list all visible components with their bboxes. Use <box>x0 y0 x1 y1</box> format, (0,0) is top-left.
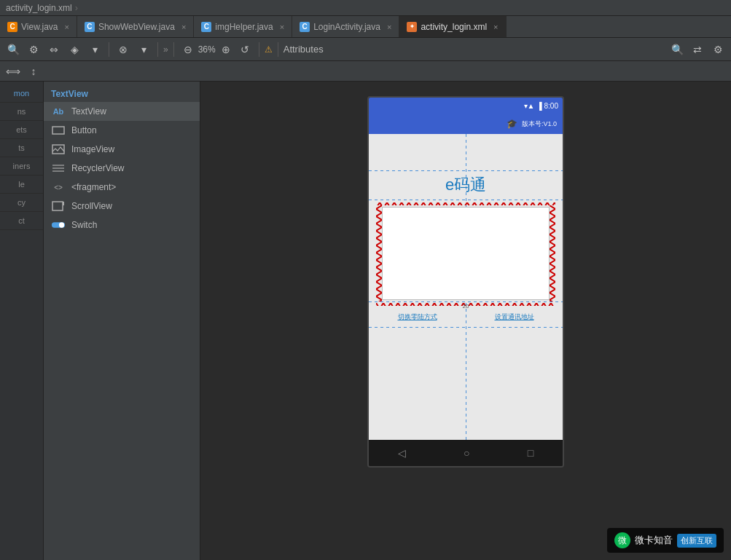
search-button[interactable]: 🔍 <box>4 41 22 58</box>
warning-indicator[interactable]: ⚠ <box>265 44 273 55</box>
phone-status-bar: ▾▲ ▐ 8:00 <box>369 98 563 114</box>
bottom-links: 切换零陆方式 设置通讯地址 <box>369 312 563 322</box>
separator-4 <box>259 42 259 57</box>
tab-view-java[interactable]: C View.java × <box>0 16 77 38</box>
app-title-container: e码通 <box>369 174 563 196</box>
app-title: e码通 <box>445 176 486 194</box>
tab-icon-java: C <box>7 22 17 32</box>
separator-5 <box>278 42 278 57</box>
palette-header: TextView <box>44 86 200 102</box>
layers-button[interactable]: ◈ <box>66 41 83 58</box>
settings-button[interactable]: ⚙ <box>25 41 42 58</box>
scrollview-icon <box>51 200 66 212</box>
tab-icon-imghelper: C <box>201 22 211 32</box>
input-box <box>382 207 550 300</box>
toolbar-row2: ⟺ ↕ <box>0 61 731 82</box>
palette-cat-ets[interactable]: ets <box>0 121 43 139</box>
tab-close-3[interactable]: × <box>280 23 284 31</box>
palette-item-switch[interactable]: Switch <box>44 216 200 234</box>
zoom-fit-button[interactable]: ↺ <box>236 41 254 58</box>
zigzag-left <box>376 205 382 301</box>
title-bar-filename: activity_login.xml <box>6 3 72 13</box>
palette-label-button: Button <box>71 125 97 135</box>
vertical-layout-btn[interactable]: ↕ <box>25 63 42 80</box>
layout-button[interactable]: ⇔ <box>45 41 63 58</box>
back-button[interactable]: ◁ <box>398 447 406 459</box>
palette-label-imageview: ImageView <box>71 144 114 154</box>
palette-item-imageview[interactable]: ImageView <box>44 140 200 159</box>
attributes-label: Attributes <box>284 44 324 55</box>
zoom-out-button[interactable]: ⊖ <box>179 41 197 58</box>
zigzag-top <box>376 200 555 205</box>
main-layout: mon ns ets ts iners le cy ct TextView Ab… <box>0 82 731 560</box>
attr-sync-button[interactable]: ⇄ <box>689 41 706 58</box>
title-bar-arrow: › <box>75 2 78 13</box>
recents-button[interactable]: □ <box>528 447 533 459</box>
watermark-logo: 微 <box>614 532 630 548</box>
palette-item-scrollview[interactable]: ScrollView <box>44 197 200 216</box>
layers-dropdown[interactable]: ▾ <box>86 41 103 58</box>
palette-cat-mon[interactable]: mon <box>0 84 43 103</box>
tab-activity-login-xml[interactable]: ✦ activity_login.xml × <box>399 16 506 38</box>
tab-label-2: ShowWebView.java <box>98 22 175 32</box>
left-panel-inner: mon ns ets ts iners le cy ct TextView Ab… <box>0 82 200 560</box>
separator-1 <box>109 42 109 57</box>
tab-showwebview-java[interactable]: C ShowWebView.java × <box>77 16 194 38</box>
guide-h-lower <box>369 327 563 328</box>
constraints-button[interactable]: ⊗ <box>114 41 132 58</box>
tab-close-2[interactable]: × <box>181 23 186 31</box>
svg-rect-5 <box>52 202 63 210</box>
tabs-bar: C View.java × C ShowWebView.java × C img… <box>0 16 731 38</box>
palette-sidebar: mon ns ets ts iners le cy ct <box>0 82 44 560</box>
switch-icon <box>51 219 66 231</box>
tab-loginactivity-java[interactable]: C LoginActivity.java × <box>292 16 399 38</box>
warning-icon: ⚠ <box>265 44 273 55</box>
phone-screen-content: e码通 20 切换零陆方式 设置通讯地址 <box>369 134 563 440</box>
recyclerview-icon <box>51 162 66 174</box>
zigzag-right <box>550 205 555 301</box>
palette-item-textview[interactable]: Ab TextView <box>44 102 200 121</box>
zoom-in-button[interactable]: ⊕ <box>217 41 235 58</box>
palette-item-recyclerview[interactable]: RecyclerView <box>44 159 200 178</box>
bottom-link-2: 设置通讯地址 <box>495 312 534 322</box>
spacing-marker-20: 20 <box>463 303 469 309</box>
home-button[interactable]: ○ <box>464 447 469 459</box>
palette-label-textview: TextView <box>71 106 106 117</box>
tab-close-5[interactable]: × <box>493 23 498 31</box>
toolbar-row1: 🔍 ⚙ ⇔ ◈ ▾ ⊗ ▾ » ⊖ 36% ⊕ ↺ ⚠ Attributes 🔍… <box>0 38 731 61</box>
watermark-sub-text: 创新互联 <box>681 536 713 545</box>
toolbar-right: 🔍 ⇄ ⚙ <box>668 41 727 58</box>
left-panel: mon ns ets ts iners le cy ct TextView Ab… <box>0 82 200 560</box>
palette-label-switch: Switch <box>71 220 97 230</box>
attributes-section: Attributes <box>284 44 324 55</box>
palette-cat-cy[interactable]: cy <box>0 194 43 212</box>
watermark: 微 微卡知音 创新互联 <box>607 528 724 553</box>
attr-settings-button[interactable]: ⚙ <box>709 41 727 58</box>
svg-rect-6 <box>63 202 64 205</box>
palette-item-button[interactable]: Button <box>44 121 200 140</box>
tab-label-4: LoginActivity.java <box>313 22 380 32</box>
tab-icon-loginactivity: C <box>300 22 310 32</box>
battery-icon: ▐ <box>536 102 542 110</box>
zoom-level: 36% <box>198 44 216 55</box>
zoom-controls: ⊖ 36% ⊕ ↺ <box>179 41 254 58</box>
tab-label-1: View.java <box>21 22 58 32</box>
palette-cat-ns[interactable]: ns <box>0 103 43 121</box>
palette-cat-ts[interactable]: ts <box>0 139 43 157</box>
constraints-dropdown[interactable]: ▾ <box>135 41 152 58</box>
tab-close-4[interactable]: × <box>387 23 391 31</box>
palette-cat-le[interactable]: le <box>0 176 43 194</box>
separator-2 <box>157 42 158 57</box>
tab-close-1[interactable]: × <box>64 23 69 31</box>
palette-item-fragment[interactable]: <> <fragment> <box>44 178 200 197</box>
button-icon <box>51 125 66 136</box>
canvas-area[interactable]: ▾▲ ▐ 8:00 🎓 版本号:V1.0 <box>200 82 731 560</box>
palette-cat-ct[interactable]: ct <box>0 212 43 230</box>
horizontal-layout-btn[interactable]: ⟺ <box>4 63 22 80</box>
palette-cat-iners[interactable]: iners <box>0 157 43 176</box>
tab-icon-xml: ✦ <box>407 22 417 32</box>
palette-label-recyclerview: RecyclerView <box>71 163 124 173</box>
tab-imghelper-java[interactable]: C imgHelper.java × <box>194 16 292 38</box>
watermark-sub: 创新互联 <box>677 534 716 548</box>
attr-search-button[interactable]: 🔍 <box>668 41 686 58</box>
